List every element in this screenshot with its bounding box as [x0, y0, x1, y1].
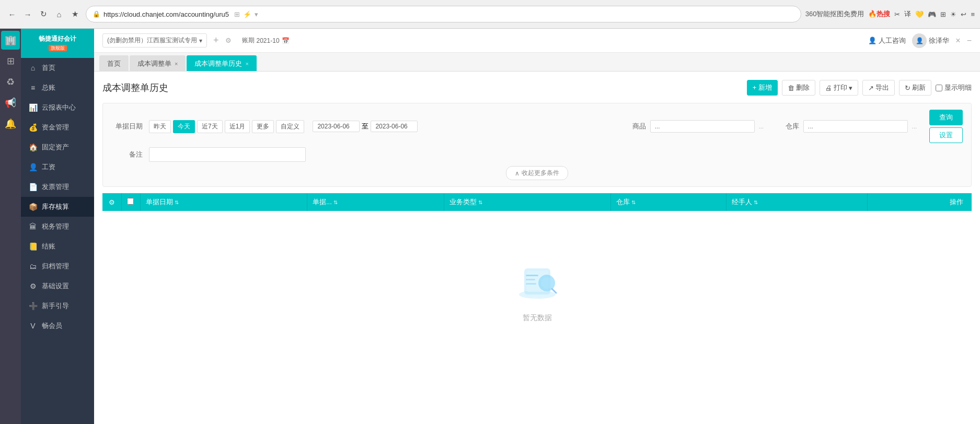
icon-bar-item-3[interactable]: 📢: [1, 93, 20, 112]
url-bar[interactable]: 🔒 https://cloud.chanjet.com/accounting/u…: [86, 6, 801, 22]
extensions-icon: ⊞: [234, 10, 240, 18]
select-all-checkbox[interactable]: [127, 198, 134, 205]
sidebar-item-settings[interactable]: ⚙ 基础设置: [21, 276, 94, 296]
remark-input[interactable]: [149, 147, 306, 162]
sidebar-item-assets[interactable]: 🏠 固定资产: [21, 137, 94, 157]
icon-bar-item-4[interactable]: 🔔: [1, 114, 20, 133]
date-to-input[interactable]: 2023-06-06: [371, 121, 418, 132]
sidebar-item-vip[interactable]: V 畅会员: [21, 316, 94, 336]
settings-gear-icon[interactable]: ⚙: [225, 37, 232, 44]
user-btn[interactable]: 👤 徐泽华: [912, 33, 949, 48]
date-custom-btn[interactable]: 自定义: [276, 120, 304, 133]
sidebar-item-archive[interactable]: 🗂 归档管理: [21, 256, 94, 276]
date-today-btn[interactable]: 今天: [173, 120, 195, 133]
add-btn[interactable]: + 新增: [747, 80, 778, 96]
back-btn[interactable]: ←: [5, 7, 19, 21]
icon-bar-logo[interactable]: 🏢: [1, 31, 20, 50]
icon-bar-item-2[interactable]: ♻: [1, 73, 20, 91]
menu-icon: ≡: [971, 10, 975, 18]
th-warehouse-label: 仓库: [616, 197, 630, 207]
sidebar-item-inventory[interactable]: 📦 库存核算: [21, 197, 94, 217]
delete-btn[interactable]: 🗑 删除: [782, 80, 815, 96]
sidebar-item-salary[interactable]: 👤 工资: [21, 157, 94, 177]
filter-settings-btn[interactable]: 设置: [929, 127, 963, 143]
collapse-container: ∧ 收起更多条件: [111, 166, 963, 180]
icon-bar-item-1[interactable]: ⊞: [1, 52, 20, 70]
sort-operator-btn[interactable]: 经手人 ⇅: [732, 197, 862, 207]
sidebar-item-closing[interactable]: 📒 结账: [21, 237, 94, 256]
forward-btn[interactable]: →: [21, 7, 34, 21]
show-detail-input[interactable]: [936, 85, 942, 91]
sidebar-item-ledger[interactable]: ≡ 总账: [21, 78, 94, 98]
page-actions: + 新增 🗑 删除 🖨 打印 ▾ ↗ 导出 ↻: [747, 80, 972, 96]
browser-nav: ← → ↻ ⌂ ★: [5, 7, 82, 21]
warehouse-more-btn[interactable]: ...: [912, 123, 917, 129]
sidebar-item-invoice[interactable]: 📄 发票管理: [21, 177, 94, 197]
home-icon: ⌂: [28, 64, 38, 72]
close-window-btn[interactable]: ×: [955, 36, 960, 45]
sort-biztype-btn[interactable]: 业务类型 ⇅: [449, 197, 605, 207]
sort-date-icon: ⇅: [175, 199, 179, 205]
funds-icon: 💰: [28, 123, 38, 132]
collapse-btn[interactable]: ∧ 收起更多条件: [506, 166, 568, 180]
table-header-row: ⚙ 单据日期 ⇅ 单据...: [102, 193, 972, 211]
date-more-btn[interactable]: 更多: [252, 120, 274, 133]
sidebar-logo: 畅捷通好会计 旗舰版: [21, 29, 94, 58]
sidebar-item-home[interactable]: ⌂ 首页: [21, 58, 94, 78]
th-biztype-label: 业务类型: [449, 197, 477, 207]
support-btn[interactable]: 👤 人工咨询: [868, 36, 906, 45]
svg-point-4: [541, 277, 552, 289]
th-settings[interactable]: ⚙: [102, 193, 121, 211]
th-actions-label: 操作: [950, 198, 963, 206]
tax-icon: 🏛: [28, 222, 38, 231]
date-1month-btn[interactable]: 近1月: [225, 120, 250, 133]
export-btn[interactable]: ↗ 导出: [862, 80, 895, 96]
home-btn[interactable]: ⌂: [52, 7, 66, 21]
calendar-icon: 📅: [282, 37, 290, 44]
sidebar-item-tax[interactable]: 🏛 税务管理: [21, 217, 94, 237]
filter-row-date: 单据日期 昨天 今天 近7天 近1月 更多 自定义 2023-06-06 至 2…: [111, 110, 963, 143]
tab-cost-adjust-history-close[interactable]: ×: [245, 61, 248, 67]
sidebar-item-reports-label: 云报表中心: [42, 103, 76, 112]
company-selector[interactable]: (勿删勿禁用）江西服宝测试专用 ▾: [102, 33, 207, 48]
search-btn[interactable]: 查询: [929, 110, 963, 125]
sidebar-item-guide-label: 新手引导: [42, 301, 69, 311]
delete-label: 删除: [796, 83, 810, 92]
sort-date-btn[interactable]: 单据日期 ⇅: [146, 197, 302, 207]
period-value: 2021-10: [257, 37, 280, 44]
bookmark-btn[interactable]: ★: [68, 7, 82, 21]
print-btn[interactable]: 🖨 打印 ▾: [820, 80, 858, 96]
date-quick-buttons: 昨天 今天 近7天 近1月 更多 自定义: [149, 120, 304, 133]
tab-home[interactable]: 首页: [99, 55, 129, 71]
sidebar-item-inventory-label: 库存核算: [42, 202, 69, 211]
warehouse-input[interactable]: [803, 120, 908, 133]
top-bar: (勿删勿禁用）江西服宝测试专用 ▾ + ⚙ 账期 2021-10 📅 👤 人工咨…: [94, 29, 980, 53]
refresh-btn[interactable]: ↻: [37, 7, 50, 21]
date-7days-btn[interactable]: 近7天: [197, 120, 223, 133]
goods-more-btn[interactable]: ...: [759, 123, 764, 129]
tab-cost-adjust-close[interactable]: ×: [175, 61, 178, 67]
sidebar-item-funds[interactable]: 💰 资金管理: [21, 117, 94, 137]
sidebar-item-reports[interactable]: 📊 云报表中心: [21, 98, 94, 117]
closing-icon: 📒: [28, 242, 38, 251]
content-area: 成本调整单历史 + 新增 🗑 删除 🖨 打印 ▾ ↗ 导出: [94, 72, 980, 424]
sort-number-icon: ⇅: [333, 199, 338, 205]
date-from-input[interactable]: 2023-06-06: [313, 121, 360, 132]
tab-cost-adjust[interactable]: 成本调整单 ×: [130, 55, 186, 71]
sort-warehouse-btn[interactable]: 仓库 ⇅: [616, 197, 721, 207]
add-company-btn[interactable]: +: [213, 35, 219, 46]
assets-icon: 🏠: [28, 143, 38, 151]
empty-text: 暂无数据: [523, 313, 552, 323]
show-detail-checkbox[interactable]: 显示明细: [936, 83, 972, 92]
reports-icon: 📊: [28, 103, 38, 112]
sort-number-btn[interactable]: 单据... ⇅: [313, 197, 439, 207]
tab-cost-adjust-history[interactable]: 成本调整单历史 ×: [187, 55, 256, 71]
th-operator: 经手人 ⇅: [726, 193, 867, 211]
company-name: (勿删勿禁用）江西服宝测试专用: [107, 36, 197, 45]
date-yesterday-btn[interactable]: 昨天: [149, 120, 171, 133]
refresh-btn[interactable]: ↻ 刷新: [899, 80, 931, 96]
sidebar-nav: ⌂ 首页 ≡ 总账 📊 云报表中心 💰 资金管理 🏠 固定资产 👤 工资: [21, 58, 94, 424]
goods-input[interactable]: [650, 120, 755, 133]
minimize-btn[interactable]: −: [967, 36, 972, 45]
sidebar-item-guide[interactable]: ➕ 新手引导: [21, 296, 94, 316]
